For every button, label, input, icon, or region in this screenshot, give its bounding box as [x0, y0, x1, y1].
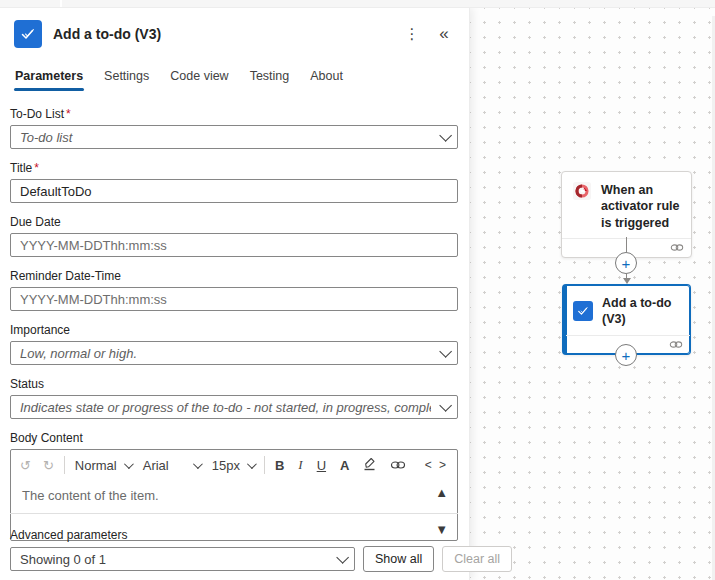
- chevron-down-icon: [247, 459, 257, 469]
- parameters-form: To-Do List* To-do list Title* Due Date R…: [10, 107, 458, 541]
- advanced-summary: Showing 0 of 1: [20, 552, 106, 567]
- chevron-down-icon: [124, 459, 134, 469]
- field-status: Status Indicates state or progress of th…: [10, 377, 458, 419]
- title-label: Title: [10, 161, 32, 175]
- field-title: Title*: [10, 161, 458, 203]
- bold-icon[interactable]: B: [275, 458, 284, 473]
- due-date-label: Due Date: [10, 215, 458, 229]
- editor-toolbar: ↺ ↻ Normal Arial: [11, 450, 457, 480]
- due-date-input[interactable]: [10, 233, 458, 257]
- field-importance: Importance Low, normal or high.: [10, 323, 458, 365]
- tab-testing[interactable]: Testing: [249, 65, 291, 91]
- required-marker: *: [66, 107, 71, 121]
- tab-settings[interactable]: Settings: [103, 65, 150, 91]
- importance-label: Importance: [10, 323, 458, 337]
- font-family-dropdown[interactable]: Arial: [143, 458, 200, 473]
- link-icon[interactable]: [669, 340, 683, 349]
- reminder-label: Reminder Date-Time: [10, 269, 458, 283]
- font-family-value: Arial: [143, 458, 169, 473]
- advanced-parameters-dropdown[interactable]: Showing 0 of 1: [10, 547, 355, 571]
- move-up-icon[interactable]: ▲: [435, 486, 448, 499]
- highlight-icon[interactable]: [363, 457, 376, 474]
- chevron-down-icon: [439, 399, 452, 412]
- advanced-parameters-label: Advanced parameters: [10, 528, 458, 542]
- field-due-date: Due Date: [10, 215, 458, 257]
- undo-icon[interactable]: ↺: [20, 458, 31, 473]
- importance-dropdown[interactable]: Low, normal or high.: [10, 341, 458, 365]
- chevron-down-icon: [439, 345, 452, 358]
- required-marker: *: [34, 161, 39, 175]
- show-all-button[interactable]: Show all: [363, 546, 434, 572]
- clear-all-button[interactable]: Clear all: [442, 546, 512, 572]
- body-content-placeholder: The content of the item.: [22, 488, 159, 503]
- panel-tabs: Parameters Settings Code view Testing Ab…: [10, 65, 458, 91]
- font-color-icon[interactable]: A: [340, 458, 349, 473]
- tab-code-view[interactable]: Code view: [169, 65, 229, 91]
- link-icon[interactable]: [670, 243, 684, 252]
- insert-action-button[interactable]: +: [615, 344, 637, 366]
- todo-list-placeholder: To-do list: [20, 130, 431, 145]
- todo-list-label: To-Do List: [10, 107, 64, 121]
- more-options-icon[interactable]: ⋮: [400, 22, 424, 46]
- panel-header: Add a to-do (V3) ⋮ «: [10, 8, 458, 48]
- trigger-node-title: When an activator rule is triggered: [601, 181, 681, 231]
- flow-canvas[interactable]: When an activator rule is triggered + Ad…: [470, 8, 715, 580]
- chrome-divider: [60, 0, 62, 7]
- status-placeholder: Indicates state or progress of the to-do…: [20, 400, 431, 415]
- italic-icon[interactable]: I: [298, 457, 302, 473]
- body-content-label: Body Content: [10, 431, 458, 445]
- reminder-input[interactable]: [10, 287, 458, 311]
- todo-connector-icon: [14, 20, 42, 48]
- page-title: Add a to-do (V3): [53, 26, 161, 42]
- double-check-icon: [19, 25, 37, 43]
- collapse-panel-icon[interactable]: «: [432, 22, 456, 46]
- tab-about[interactable]: About: [309, 65, 344, 91]
- field-todo-list: To-Do List* To-do list: [10, 107, 458, 149]
- chevron-down-icon: [336, 551, 349, 564]
- chevron-down-icon: [439, 129, 452, 142]
- chevron-down-icon: [193, 459, 203, 469]
- title-input[interactable]: [10, 179, 458, 203]
- todo-list-dropdown[interactable]: To-do list: [10, 125, 458, 149]
- connector-line: [626, 237, 627, 252]
- browser-chrome-edge: [0, 0, 715, 8]
- paragraph-style-value: Normal: [75, 458, 117, 473]
- font-size-value: 15px: [212, 458, 240, 473]
- activator-trigger-icon: [572, 181, 592, 201]
- toolbar-divider: [64, 456, 65, 474]
- tab-parameters[interactable]: Parameters: [14, 65, 84, 91]
- paragraph-style-dropdown[interactable]: Normal: [75, 458, 131, 473]
- toolbar-divider: [264, 456, 265, 474]
- status-dropdown[interactable]: Indicates state or progress of the to-do…: [10, 395, 458, 419]
- action-node-title: Add a to-do (V3): [602, 294, 680, 328]
- advanced-parameters-section: Advanced parameters Showing 0 of 1 Show …: [10, 513, 458, 572]
- todo-connector-icon: [573, 301, 593, 321]
- field-reminder: Reminder Date-Time: [10, 269, 458, 311]
- code-view-icon[interactable]: < >: [425, 458, 448, 472]
- font-size-dropdown[interactable]: 15px: [212, 458, 254, 473]
- link-icon[interactable]: [390, 458, 406, 473]
- status-label: Status: [10, 377, 458, 391]
- underline-icon[interactable]: U: [317, 458, 326, 473]
- action-parameters-panel: Add a to-do (V3) ⋮ « Parameters Settings…: [0, 8, 470, 580]
- importance-placeholder: Low, normal or high.: [20, 346, 431, 361]
- insert-action-button[interactable]: +: [615, 252, 637, 274]
- redo-icon[interactable]: ↻: [43, 458, 54, 473]
